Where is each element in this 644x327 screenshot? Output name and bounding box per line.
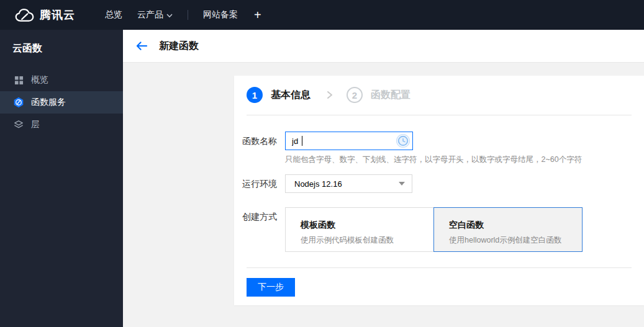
layers-icon xyxy=(13,119,24,130)
creation-method-label: 创建方式 xyxy=(242,207,285,252)
create-function-card: 1 基本信息 2 函数配置 函数名称 xyxy=(234,76,644,305)
function-name-row: 函数名称 xyxy=(242,132,644,165)
runtime-select[interactable]: Nodejs 12.16 xyxy=(285,174,412,193)
select-caret-down-icon xyxy=(399,182,405,186)
function-name-field: 只能包含字母、数字、下划线、连字符，以字母开头，以数字或字母结尾，2~60个字符 xyxy=(285,132,582,165)
main-area: 新建函数 1 基本信息 2 函数配置 函数名称 xyxy=(123,30,644,327)
validating-clock-icon xyxy=(396,133,410,151)
basic-info-form: 函数名称 xyxy=(234,115,644,252)
step-function-config: 2 函数配置 xyxy=(347,87,410,103)
step-label: 函数配置 xyxy=(371,89,410,102)
top-nav-links: 总览 云产品 网站备案 + xyxy=(90,8,261,22)
runtime-label: 运行环境 xyxy=(242,174,285,193)
method-card-blank-function[interactable]: 空白函数 使用helloworld示例创建空白函数 xyxy=(433,207,583,252)
page-title: 新建函数 xyxy=(159,40,199,53)
sidebar: 云函数 概览 函数服务 xyxy=(0,30,123,327)
step-number-badge: 1 xyxy=(247,87,263,103)
sidebar-item-label: 层 xyxy=(31,119,40,130)
sidebar-item-label: 函数服务 xyxy=(31,97,66,108)
nav-item-overview[interactable]: 总览 xyxy=(105,9,122,20)
nav-item-cloud-products[interactable]: 云产品 xyxy=(137,9,173,20)
page-header: 新建函数 xyxy=(123,30,644,63)
creation-method-row: 创建方式 模板函数 使用示例代码模板创建函数 空白函数 使用helloworld… xyxy=(242,207,644,252)
chevron-down-icon xyxy=(166,14,173,18)
top-navbar: 腾讯云 总览 云产品 网站备案 + xyxy=(0,0,644,30)
method-card-title: 模板函数 xyxy=(301,220,427,231)
back-button[interactable] xyxy=(134,38,149,53)
sidebar-item-function-service[interactable]: 函数服务 xyxy=(0,91,123,114)
step-number-badge: 2 xyxy=(347,87,363,103)
sidebar-item-overview[interactable]: 概览 xyxy=(0,69,123,91)
step-basic-info: 1 基本信息 xyxy=(247,87,311,103)
sidebar-item-label: 概览 xyxy=(31,74,48,86)
step-separator-chevron-icon xyxy=(327,91,333,99)
tencent-cloud-logo-icon xyxy=(15,8,34,22)
function-name-input[interactable] xyxy=(285,132,413,150)
method-card-title: 空白函数 xyxy=(449,220,576,231)
nav-icp-filing-label: 网站备案 xyxy=(203,9,238,20)
back-arrow-icon xyxy=(136,41,148,51)
function-name-input-wrap xyxy=(285,132,413,150)
runtime-row: 运行环境 Nodejs 12.16 xyxy=(242,174,644,193)
method-card-desc: 使用helloworld示例创建空白函数 xyxy=(449,235,576,246)
nav-cloud-products-label: 云产品 xyxy=(137,9,163,20)
method-card-template-function[interactable]: 模板函数 使用示例代码模板创建函数 xyxy=(285,207,434,252)
grid-icon xyxy=(13,74,24,86)
text-cursor xyxy=(302,136,302,146)
brand-name: 腾讯云 xyxy=(40,7,75,22)
wizard-steps: 1 基本信息 2 函数配置 xyxy=(234,76,644,115)
creation-method-options: 模板函数 使用示例代码模板创建函数 空白函数 使用helloworld示例创建空… xyxy=(285,207,583,252)
card-footer: 下一步 xyxy=(234,268,644,305)
scf-hexagon-icon xyxy=(13,97,24,108)
content-background: 1 基本信息 2 函数配置 函数名称 xyxy=(123,63,644,327)
step-label: 基本信息 xyxy=(271,89,311,102)
next-step-button[interactable]: 下一步 xyxy=(247,278,295,297)
tencent-cloud-brand[interactable]: 腾讯云 xyxy=(15,7,75,22)
runtime-selected-value: Nodejs 12.16 xyxy=(294,179,342,189)
sidebar-nav: 概览 函数服务 层 xyxy=(0,69,123,136)
method-card-desc: 使用示例代码模板创建函数 xyxy=(301,235,427,246)
nav-overview-label: 总览 xyxy=(105,9,122,20)
function-name-hint: 只能包含字母、数字、下划线、连字符，以字母开头，以数字或字母结尾，2~60个字符 xyxy=(285,155,582,165)
add-console-tab-button[interactable]: + xyxy=(254,8,261,22)
sidebar-product-title: 云函数 xyxy=(0,30,123,55)
nav-item-icp-filing[interactable]: 网站备案 xyxy=(203,9,238,20)
function-name-label: 函数名称 xyxy=(242,132,285,165)
navbar-divider xyxy=(188,10,188,20)
sidebar-item-layers[interactable]: 层 xyxy=(0,114,123,136)
